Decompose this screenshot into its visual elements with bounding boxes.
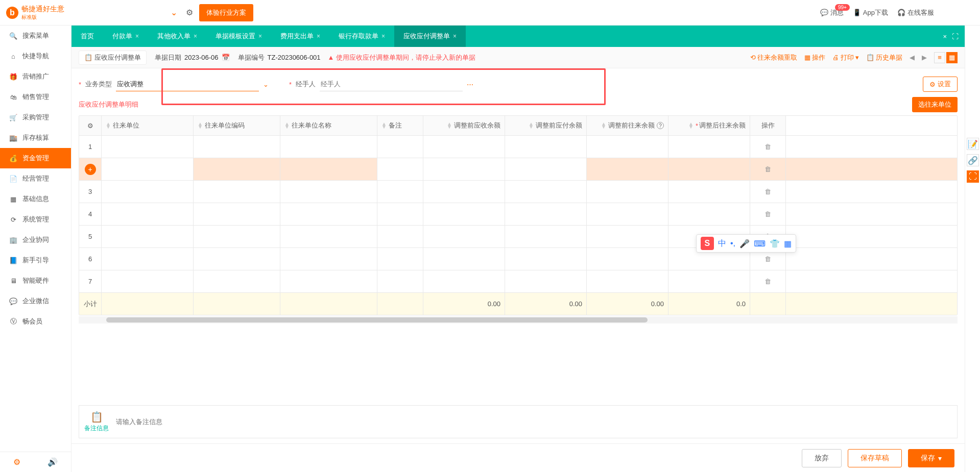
fullscreen-icon[interactable]: ⛶ bbox=[952, 33, 959, 40]
table-row[interactable]: 4🗑 bbox=[79, 203, 957, 225]
ime-lang[interactable]: 中 bbox=[718, 238, 726, 249]
view-list-icon[interactable]: ≡ bbox=[934, 52, 945, 63]
detail-title: 应收应付调整单明细 bbox=[79, 100, 138, 109]
th-pre-bal[interactable]: ▲▼调整前往来余额? bbox=[587, 116, 668, 135]
footer: 放弃 保存草稿 保存 ▾ bbox=[71, 443, 965, 472]
select-unit-button[interactable]: 选往来单位 bbox=[912, 97, 958, 112]
sidebar-item-purchase[interactable]: 🛒采购管理 bbox=[0, 107, 71, 128]
more-icon[interactable]: ⋯ bbox=[467, 81, 473, 88]
sidebar-item-system[interactable]: ⟳系统管理 bbox=[0, 209, 71, 230]
ime-widget[interactable]: S 中 •, 🎤 ⌨ 👕 ▦ bbox=[696, 234, 796, 253]
calendar-icon[interactable]: 📅 bbox=[222, 54, 230, 61]
ops-button[interactable]: ▦ 操作 bbox=[804, 53, 825, 62]
save-draft-button[interactable]: 保存草稿 bbox=[848, 449, 902, 467]
sidebar-item-funds[interactable]: 💰资金管理 bbox=[0, 148, 71, 168]
collapse-icon[interactable]: ⚙ bbox=[13, 457, 20, 467]
reget-balance-button[interactable]: ⟲ 往来余额重取 bbox=[750, 53, 797, 62]
th-gear[interactable]: ⚙ bbox=[79, 116, 102, 135]
delete-icon[interactable]: 🗑 bbox=[764, 143, 771, 151]
gear-icon[interactable]: ⚙ bbox=[186, 8, 193, 17]
tab-adjust[interactable]: 应收应付调整单× bbox=[394, 26, 466, 47]
app-download-link[interactable]: 📱 App下载 bbox=[853, 8, 888, 17]
tab-payment[interactable]: 付款单× bbox=[103, 26, 148, 47]
delete-icon[interactable]: 🗑 bbox=[764, 165, 771, 173]
tab-home[interactable]: 首页 bbox=[71, 26, 103, 47]
close-icon[interactable]: × bbox=[258, 33, 262, 40]
th-code[interactable]: ▲▼往来单位编码 bbox=[194, 116, 280, 135]
th-unit[interactable]: ▲▼往来单位 bbox=[102, 116, 194, 135]
ime-dot-icon[interactable]: •, bbox=[730, 239, 735, 248]
org-dropdown[interactable]: ⌄ bbox=[80, 5, 182, 21]
sidebar-item-quicknav[interactable]: ⌂快捷导航 bbox=[0, 46, 71, 66]
rail-note-icon[interactable]: 📝 bbox=[967, 138, 979, 150]
doc-icon: 📄 bbox=[9, 175, 17, 183]
remark-input[interactable] bbox=[116, 418, 952, 426]
th-pre-recv[interactable]: ▲▼调整前应收余额 bbox=[423, 116, 505, 135]
close-icon[interactable]: × bbox=[194, 33, 197, 40]
tab-bank[interactable]: 银行存取款单× bbox=[329, 26, 394, 47]
ime-keyboard-icon[interactable]: ⌨ bbox=[754, 239, 766, 249]
delete-icon[interactable]: 🗑 bbox=[764, 210, 771, 218]
sidebar-item-collab[interactable]: 🏢企业协同 bbox=[0, 230, 71, 250]
sidebar-item-sales[interactable]: 🛍销售管理 bbox=[0, 87, 71, 107]
tab-expense[interactable]: 费用支出单× bbox=[271, 26, 329, 47]
prev-icon[interactable]: ◀ bbox=[910, 54, 915, 61]
info-icon[interactable]: ? bbox=[657, 122, 664, 129]
delete-icon[interactable]: 🗑 bbox=[764, 278, 771, 285]
table-row[interactable]: 7🗑 bbox=[79, 270, 957, 292]
view-grid-icon[interactable]: ▦ bbox=[946, 52, 958, 63]
messages-link[interactable]: 💬 消息99+ bbox=[820, 8, 844, 17]
handler-input[interactable] bbox=[320, 77, 463, 91]
ime-mic-icon[interactable]: 🎤 bbox=[739, 239, 750, 249]
delete-icon[interactable]: 🗑 bbox=[764, 188, 771, 195]
history-button[interactable]: 📋 历史单据 bbox=[866, 53, 902, 62]
table-row[interactable]: 3🗑 bbox=[79, 180, 957, 203]
add-row-icon[interactable]: + bbox=[85, 164, 96, 175]
th-pre-pay[interactable]: ▲▼调整前应付余额 bbox=[505, 116, 587, 135]
table-row[interactable]: +🗑 bbox=[79, 158, 957, 180]
sidebar-item-wechat[interactable]: 💬企业微信 bbox=[0, 291, 71, 311]
th-name[interactable]: ▲▼往来单位名称 bbox=[280, 116, 377, 135]
building-icon: 🏢 bbox=[9, 236, 17, 244]
sidebar-item-operation[interactable]: 📄经营管理 bbox=[0, 168, 71, 189]
print-button[interactable]: 🖨 打印 ▾ bbox=[832, 53, 859, 62]
tabs-close-all-icon[interactable]: × bbox=[943, 33, 947, 40]
trial-button[interactable]: 体验行业方案 bbox=[199, 4, 253, 21]
sidebar-item-guide[interactable]: 📘新手引导 bbox=[0, 250, 71, 270]
th-note[interactable]: ▲▼备注 bbox=[377, 116, 423, 135]
chevron-down-icon[interactable]: ⌄ bbox=[263, 81, 269, 88]
ime-grid-icon[interactable]: ▦ bbox=[784, 239, 792, 249]
rail-attach-icon[interactable]: 🔗 bbox=[967, 154, 979, 166]
sidebar: 🔍搜索菜单 ⌂快捷导航 🎁营销推广 🛍销售管理 🛒采购管理 🏬库存核算 💰资金管… bbox=[0, 26, 71, 472]
close-icon[interactable]: × bbox=[135, 33, 139, 40]
biz-type-select[interactable] bbox=[116, 77, 259, 91]
right-rail: 📝 🔗 ⛶ bbox=[965, 26, 980, 472]
sidebar-item-search[interactable]: 🔍搜索菜单 bbox=[0, 26, 71, 46]
chevron-down-icon: ⌄ bbox=[171, 8, 177, 17]
support-link[interactable]: 🎧 在线客服 bbox=[897, 8, 934, 17]
ime-shirt-icon[interactable]: 👕 bbox=[770, 239, 780, 249]
sidebar-item-basedata[interactable]: ▦基础信息 bbox=[0, 189, 71, 209]
close-icon[interactable]: × bbox=[381, 33, 385, 40]
next-icon[interactable]: ▶ bbox=[922, 54, 927, 61]
table-row[interactable]: 1🗑 bbox=[79, 135, 957, 158]
doc-date[interactable]: 2023-06-06 bbox=[184, 54, 219, 61]
close-icon[interactable]: × bbox=[453, 33, 457, 40]
sidebar-item-inventory[interactable]: 🏬库存核算 bbox=[0, 128, 71, 148]
sound-icon[interactable]: 🔊 bbox=[47, 457, 58, 467]
delete-icon[interactable]: 🗑 bbox=[764, 255, 771, 263]
tab-template[interactable]: 单据模板设置× bbox=[206, 26, 271, 47]
save-button[interactable]: 保存 ▾ bbox=[908, 449, 954, 467]
table-row[interactable]: 6🗑 bbox=[79, 247, 957, 270]
close-icon[interactable]: × bbox=[317, 33, 320, 40]
rail-expand-icon[interactable]: ⛶ bbox=[967, 170, 979, 183]
sidebar-item-marketing[interactable]: 🎁营销推广 bbox=[0, 66, 71, 87]
discard-button[interactable]: 放弃 bbox=[802, 449, 842, 467]
th-post-bal[interactable]: ▲▼*调整后往来余额 bbox=[668, 116, 750, 135]
sidebar-item-hardware[interactable]: 🖥智能硬件 bbox=[0, 270, 71, 291]
tab-other-income[interactable]: 其他收入单× bbox=[148, 26, 206, 47]
sidebar-item-member[interactable]: Ⓥ畅会员 bbox=[0, 311, 71, 332]
h-scrollbar[interactable] bbox=[79, 316, 958, 324]
settings-button[interactable]: ⚙ 设置 bbox=[923, 77, 958, 92]
table-row[interactable]: 5🗑 bbox=[79, 225, 957, 247]
